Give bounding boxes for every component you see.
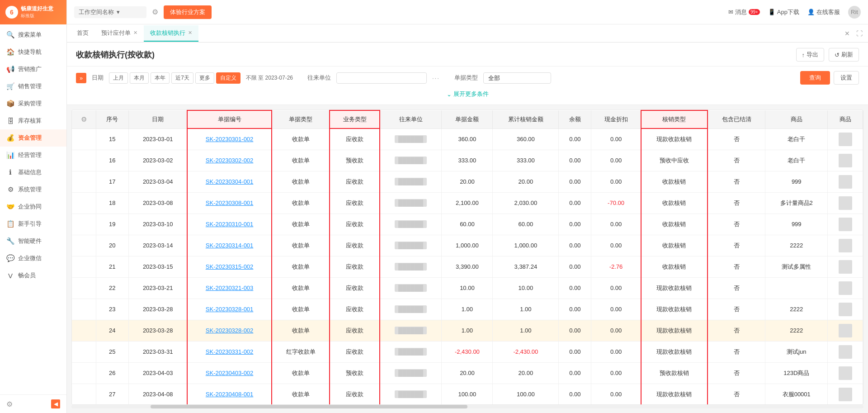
sidebar-item-wechat[interactable]: 💬 企业微信 xyxy=(0,250,66,267)
cell-balance: 0.00 xyxy=(559,214,591,235)
close-all-icon[interactable]: ✕ xyxy=(843,28,852,39)
col-cash-discount: 现金折扣 xyxy=(591,110,641,128)
refresh-button[interactable]: ↺ 刷新 xyxy=(829,48,859,62)
cell-cumulative: 2,030.00 xyxy=(493,192,559,214)
date-7days[interactable]: 近7天 xyxy=(171,72,193,84)
cell-bill-no[interactable]: SK-20230321-003 xyxy=(187,277,271,299)
sidebar-item-member[interactable]: V 畅会员 xyxy=(0,267,66,284)
settings-bottom-icon[interactable]: ⚙ xyxy=(6,400,13,408)
table-row: 252023-03-31SK-20230331-002红字收款单应收款█████… xyxy=(72,341,863,362)
more-filters-dots[interactable]: ··· xyxy=(432,75,440,81)
cell-bill-amount: 1.00 xyxy=(442,320,493,341)
col-bill-no: 单据编号 xyxy=(187,110,271,128)
date-custom[interactable]: 自定义 xyxy=(216,72,241,84)
sidebar-item-marketing[interactable]: 📢 营销推广 xyxy=(0,61,66,78)
app-download-button[interactable]: 📱 App下载 xyxy=(768,8,799,16)
sidebar-item-quick-nav[interactable]: 🏠 快捷导航 xyxy=(0,43,66,61)
cell-bill-type: 收款单 xyxy=(272,384,330,405)
maximize-icon[interactable]: ⛶ xyxy=(854,28,864,39)
cell-bill-no[interactable]: SK-20230328-002 xyxy=(187,320,271,341)
messages-button[interactable]: ✉ 消息 99+ xyxy=(728,8,760,16)
cell-index: 22 xyxy=(96,277,128,299)
date-this-month[interactable]: 本月 xyxy=(130,72,149,84)
expand-more-button[interactable]: ⌄ 展开更多条件 xyxy=(447,90,489,98)
query-button[interactable]: 查询 xyxy=(800,71,830,85)
cell-cumulative: -2,430.00 xyxy=(493,341,559,362)
workspace-name: 工作空间名称 xyxy=(79,8,114,16)
tab-collection[interactable]: 收款核销执行 ✕ xyxy=(144,25,198,42)
cell-biz-type: 应收款 xyxy=(330,320,379,341)
refresh-label: 刷新 xyxy=(841,51,853,59)
cell-bill-no[interactable]: SK-20230310-001 xyxy=(187,214,271,235)
cell-index: 21 xyxy=(96,256,128,277)
cell-bill-no[interactable]: SK-20230315-002 xyxy=(187,256,271,277)
workspace-selector[interactable]: 工作空间名称 ▾ xyxy=(74,6,146,18)
table-row: 192023-03-10SK-20230310-001收款单应收款██████6… xyxy=(72,214,863,235)
counterpart-input[interactable] xyxy=(336,72,427,84)
col-counterpart: 往来单位 xyxy=(380,110,442,128)
cell-bill-no[interactable]: SK-20230328-001 xyxy=(187,299,271,320)
sidebar-item-finance[interactable]: 💰 资金管理 xyxy=(0,129,66,147)
horizontal-scrollbar[interactable] xyxy=(71,405,863,408)
scrollbar-thumb[interactable] xyxy=(151,405,467,408)
tab-prepay-close[interactable]: ✕ xyxy=(133,30,137,36)
finance-icon: 💰 xyxy=(6,134,14,142)
tab-home[interactable]: 首页 xyxy=(71,25,95,42)
date-last-month[interactable]: 上月 xyxy=(109,72,128,84)
cell-goods2 xyxy=(828,256,863,277)
sidebar-item-hardware[interactable]: 🔧 智能硬件 xyxy=(0,233,66,250)
cell-bill-amount: -2,430.00 xyxy=(442,341,493,362)
tab-prepay-label: 预计应付单 xyxy=(101,29,131,37)
cell-bill-no[interactable]: SK-20230308-001 xyxy=(187,192,271,214)
cell-bill-no[interactable]: SK-20230302-002 xyxy=(187,150,271,171)
cell-date: 2023-03-28 xyxy=(128,320,187,341)
col-cumulative: 累计核销金额 xyxy=(493,110,559,128)
cell-bill-no[interactable]: SK-20230408-001 xyxy=(187,384,271,405)
sidebar-item-label: 经营管理 xyxy=(18,151,42,159)
gear-icon[interactable]: ⚙ xyxy=(152,8,158,16)
sidebar-item-operation[interactable]: 📊 经营管理 xyxy=(0,147,66,164)
cell-balance: 0.00 xyxy=(559,150,591,171)
cell-empty xyxy=(72,171,96,192)
filter-expand-toggle[interactable]: » xyxy=(76,73,86,83)
cell-date: 2023-03-21 xyxy=(128,277,187,299)
col-settings[interactable]: ⚙ xyxy=(72,110,96,128)
cell-bill-amount: 100.00 xyxy=(442,384,493,405)
sidebar-item-guide[interactable]: 📋 新手引导 xyxy=(0,215,66,233)
sidebar-item-sales[interactable]: 🛒 销售管理 xyxy=(0,78,66,95)
cell-cash-discount: 0.00 xyxy=(591,171,641,192)
date-label: 日期 xyxy=(92,74,104,82)
cell-cash-discount: -70.00 xyxy=(591,192,641,214)
industry-solution-button[interactable]: 体验行业方案 xyxy=(164,5,212,19)
sidebar-item-system[interactable]: ⚙ 系统管理 xyxy=(0,181,66,198)
date-quick-buttons: 上月 本月 本年 近7天 更多 自定义 xyxy=(109,72,241,84)
date-more[interactable]: 更多 xyxy=(195,72,214,84)
cell-bill-no[interactable]: SK-20230314-001 xyxy=(187,235,271,256)
cell-bill-no[interactable]: SK-20230331-002 xyxy=(187,341,271,362)
cell-include-settled: 否 xyxy=(708,320,765,341)
online-service-button[interactable]: 👤 在线客服 xyxy=(807,8,840,16)
cell-bill-no[interactable]: SK-20230403-002 xyxy=(187,362,271,384)
table-row: 162023-03-02SK-20230302-002收款单预收款██████3… xyxy=(72,150,863,171)
sidebar-item-basic[interactable]: ℹ 基础信息 xyxy=(0,164,66,181)
cell-bill-no[interactable]: SK-20230304-001 xyxy=(187,171,271,192)
settings-button[interactable]: 设置 xyxy=(834,71,859,85)
sidebar-item-corp[interactable]: 🤝 企业协同 xyxy=(0,198,66,215)
tab-collection-close[interactable]: ✕ xyxy=(188,30,192,36)
sidebar-collapse-button[interactable]: ◀ xyxy=(51,399,60,408)
tab-prepay[interactable]: 预计应付单 ✕ xyxy=(95,25,144,42)
chevron-down-icon: ▾ xyxy=(117,9,120,15)
date-this-year[interactable]: 本年 xyxy=(151,72,170,84)
search-icon: 🔍 xyxy=(6,31,14,39)
column-settings-icon[interactable]: ⚙ xyxy=(81,115,87,123)
cell-cash-discount: 0.00 xyxy=(591,384,641,405)
cell-bill-amount: 60.00 xyxy=(442,214,493,235)
cell-bill-no[interactable]: SK-20230301-002 xyxy=(187,128,271,150)
sidebar-item-purchase[interactable]: 📦 采购管理 xyxy=(0,95,66,112)
export-button[interactable]: ↑ 导出 xyxy=(796,48,825,62)
bill-type-select[interactable]: 全部 收款单 红字收款单 xyxy=(483,72,551,84)
sidebar-item-search[interactable]: 🔍 搜索菜单 xyxy=(0,26,66,43)
cell-date: 2023-03-14 xyxy=(128,235,187,256)
user-avatar[interactable]: Rit xyxy=(848,6,861,19)
sidebar-item-inventory[interactable]: 🗄 库存核算 xyxy=(0,112,66,129)
